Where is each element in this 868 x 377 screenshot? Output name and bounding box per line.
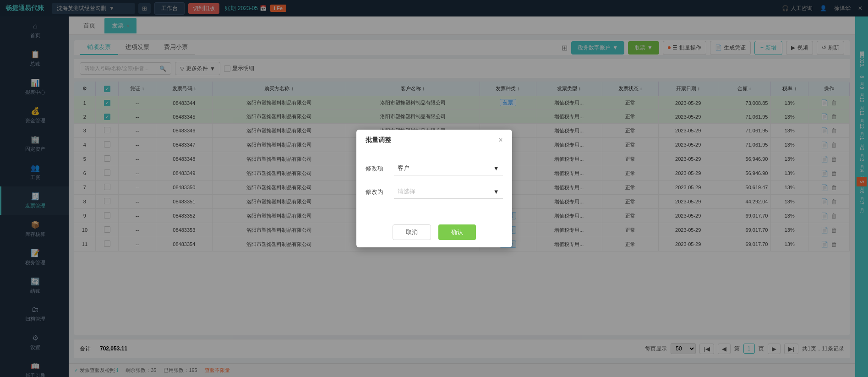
modal-body: 修改项 客户 ▼ 修改为 请选择 ▼ (356, 150, 512, 219)
modal-overlay: 批量调整 × 修改项 客户 ▼ 修改为 请选择 ▼ 取消 确认 (0, 0, 868, 377)
change-label: 修改为 (366, 188, 388, 196)
form-row-field: 修改项 客户 ▼ (366, 161, 503, 175)
batch-adjust-modal: 批量调整 × 修改项 客户 ▼ 修改为 请选择 ▼ 取消 确认 (356, 130, 512, 247)
modal-title: 批量调整 (366, 136, 391, 144)
confirm-btn[interactable]: 确认 (438, 224, 476, 240)
change-select-arrow: ▼ (493, 188, 499, 195)
change-placeholder: 请选择 (398, 187, 415, 196)
modal-header: 批量调整 × (356, 130, 512, 150)
change-select[interactable]: 请选择 ▼ (394, 185, 503, 199)
field-select-arrow: ▼ (493, 165, 499, 172)
field-select[interactable]: 客户 ▼ (394, 161, 503, 175)
modal-close-btn[interactable]: × (498, 136, 502, 144)
cancel-btn[interactable]: 取消 (393, 224, 431, 240)
modal-footer: 取消 确认 (356, 219, 512, 247)
field-label: 修改项 (366, 164, 388, 173)
form-row-change: 修改为 请选择 ▼ (366, 185, 503, 199)
